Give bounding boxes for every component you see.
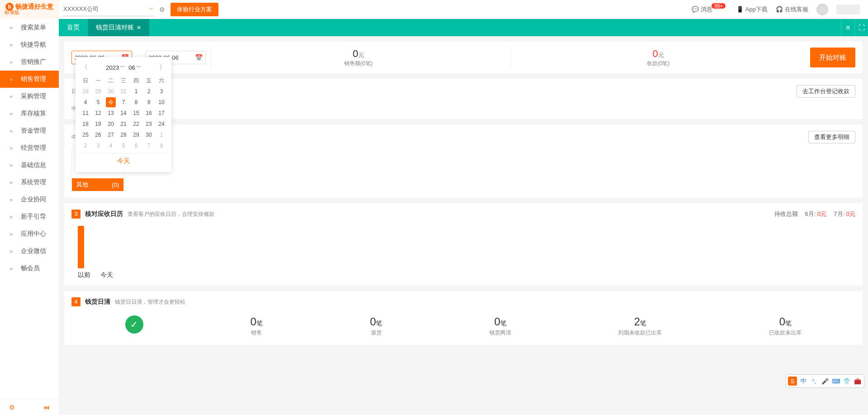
calendar-day[interactable]: 27 [104, 129, 117, 140]
calendar-day[interactable]: 26 [92, 129, 104, 140]
brand-name: 畅捷通好生意 [15, 3, 53, 11]
sidebar-item-search-menu[interactable]: ▫搜索菜单 [0, 19, 59, 36]
ime-skin-icon[interactable]: 👕 [842, 377, 851, 386]
sidebar-item-member[interactable]: ▫畅会员 [0, 260, 59, 277]
ime-lang-toggle[interactable]: 中 [799, 377, 808, 386]
calendar-day[interactable]: 1 [130, 86, 142, 97]
menu-icon: ▫ [10, 76, 17, 83]
sidebar-item-purchasing[interactable]: ▫采购管理 [0, 88, 59, 105]
tab-close-icon[interactable]: ✕ [137, 24, 141, 31]
calendar-day[interactable]: 24 [155, 119, 168, 129]
calendar-day[interactable]: 2 [142, 86, 155, 97]
sidebar: ▫搜索菜单▫快捷导航▫营销推广▫销售管理▫采购管理▫库存核算▫资金管理▫经营管理… [0, 19, 59, 415]
tabs-expand-icon[interactable]: ⛶ [854, 19, 868, 36]
calendar-day[interactable]: 21 [117, 119, 130, 129]
calendar-day[interactable]: 4 [104, 140, 117, 151]
sidebar-item-basic-info[interactable]: ▫基础信息 [0, 157, 59, 174]
sidebar-item-wechat[interactable]: ▫企业微信 [0, 243, 59, 260]
calendar-day[interactable]: 20 [104, 119, 117, 129]
sidebar-item-label: 企业协同 [21, 196, 46, 204]
ime-punct-icon[interactable]: °, [810, 377, 819, 386]
sidebar-item-system[interactable]: ▫系统管理 [0, 174, 59, 191]
chat-icon: 💬 [692, 6, 699, 13]
view-more-details-button[interactable]: 查看更多明细 [808, 131, 855, 143]
calendar-day[interactable]: 28 [117, 129, 130, 140]
calendar-day[interactable]: 11 [79, 108, 92, 119]
sidebar-item-label: 企业微信 [21, 247, 46, 255]
calendar-today-button[interactable]: 今天 [79, 153, 168, 167]
calendar-day[interactable]: 19 [92, 119, 104, 129]
calendar-day[interactable]: 30 [104, 86, 117, 97]
calendar-day[interactable]: 10 [155, 97, 168, 108]
calendar-day[interactable]: 7 [142, 140, 155, 151]
avatar[interactable] [816, 4, 828, 15]
support-link[interactable]: 🎧在线客服 [776, 5, 808, 14]
sidebar-item-inventory[interactable]: ▫库存核算 [0, 105, 59, 122]
gear-icon[interactable]: ⚙ [9, 404, 15, 411]
calendar-day[interactable]: 29 [92, 86, 104, 97]
calendar-day[interactable]: 23 [142, 119, 155, 129]
calendar-next-icon[interactable]: 〉 [157, 63, 168, 72]
calendar-day[interactable]: 15 [130, 108, 142, 119]
sidebar-item-quick-nav[interactable]: ▫快捷导航 [0, 36, 59, 53]
settings-icon[interactable]: ⚙ [159, 6, 165, 13]
calendar-day[interactable]: 8 [155, 140, 168, 151]
stat-receipts: 0元 收款(0笔) [510, 46, 806, 69]
ime-toolbox-icon[interactable]: 🧰 [853, 377, 862, 386]
calendar-day[interactable]: 13 [104, 108, 117, 119]
calendar-day[interactable]: 2 [79, 140, 92, 151]
ime-keyboard-icon[interactable]: ⌨ [831, 377, 840, 386]
calendar-day[interactable]: 1 [155, 129, 168, 140]
calendar-day[interactable]: 3 [92, 140, 104, 151]
calendar-day[interactable]: 7 [117, 97, 130, 108]
sidebar-item-marketing[interactable]: ▫营销推广 [0, 53, 59, 71]
calendar-day[interactable]: 14 [117, 108, 130, 119]
tabs-close-all-icon[interactable]: ✕ [841, 19, 854, 36]
calendar-prev-icon[interactable]: 〈 [79, 63, 90, 72]
calendar-day[interactable]: 12 [92, 108, 104, 119]
calendar-day[interactable]: 25 [79, 129, 92, 140]
calendar-day[interactable]: 18 [79, 119, 92, 129]
try-industry-button[interactable]: 体验行业方案 [171, 3, 218, 16]
calendar-day[interactable]: 16 [142, 108, 155, 119]
sidebar-item-sales-mgmt[interactable]: ▫销售管理 [0, 71, 59, 88]
calendar-day[interactable]: 今 [104, 97, 117, 108]
start-reconcile-button[interactable]: 开始对账 [810, 48, 855, 67]
calendar-day[interactable]: 3 [155, 86, 168, 97]
ime-voice-icon[interactable]: 🎤 [821, 377, 830, 386]
app-download-link[interactable]: 📱App下载 [736, 5, 768, 14]
sidebar-item-appcenter[interactable]: ▫应用中心 [0, 225, 59, 243]
weekday-header: 一 [92, 75, 104, 86]
sidebar-item-operations[interactable]: ▫经营管理 [0, 139, 59, 157]
main-scroll[interactable]: 2023-06-06📅 -- 2023-06-06📅 0元 销售额(0笔) 0元… [59, 36, 868, 415]
sidebar-item-funds[interactable]: ▫资金管理 [0, 122, 59, 139]
calendar-day[interactable]: 5 [117, 140, 130, 151]
messages-link[interactable]: 💬消息99+ [692, 5, 728, 14]
calendar-day[interactable]: 22 [130, 119, 142, 129]
calendar-day[interactable]: 31 [117, 86, 130, 97]
collapse-icon[interactable]: ⏮ [43, 404, 50, 411]
tab-home[interactable]: 首页 [59, 19, 88, 36]
calendar-day[interactable]: 8 [130, 97, 142, 108]
menu-icon: ▫ [10, 110, 17, 117]
calendar-year-select[interactable]: 2023﹀ [106, 64, 125, 71]
calendar-day[interactable]: 9 [142, 97, 155, 108]
calendar-day[interactable]: 30 [142, 129, 155, 140]
menu-icon: ▫ [10, 230, 17, 238]
calendar-day[interactable]: 28 [79, 86, 92, 97]
username-box[interactable] [836, 5, 860, 14]
company-select[interactable]: XXXXXX公司 ﹀ [63, 3, 154, 16]
calendar-day[interactable]: 29 [130, 129, 142, 140]
calendar-day[interactable]: 5 [92, 97, 104, 108]
month-6-value: 0元 [817, 210, 826, 217]
calendar-icon: 📅 [195, 54, 203, 61]
sidebar-item-collab[interactable]: ▫企业协同 [0, 191, 59, 208]
calendar-month-select[interactable]: 06﹀ [128, 64, 141, 71]
calendar-day[interactable]: 4 [79, 97, 92, 108]
sidebar-item-onboarding[interactable]: ▫新手引导 [0, 208, 59, 225]
calendar-day[interactable]: 6 [130, 140, 142, 151]
calendar-day[interactable]: 17 [155, 108, 168, 119]
tab-reconcile[interactable]: 钱货日清对账✕ [88, 19, 149, 36]
ime-sogou-icon[interactable]: S [788, 377, 797, 386]
goto-workbench-button[interactable]: 去工作台登记收款 [797, 85, 855, 98]
